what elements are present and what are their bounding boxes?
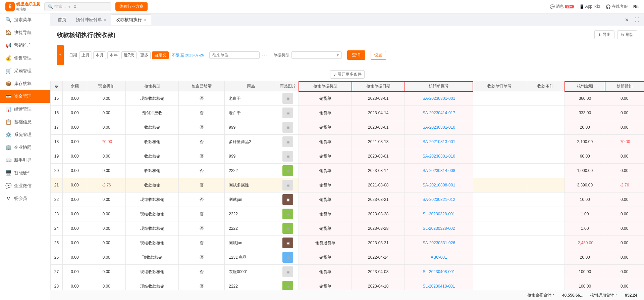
sidebar-item-guide[interactable]: 📖 新手引导 — [0, 154, 50, 167]
th-bill-date: 核销单据日期 — [352, 81, 405, 91]
cell-include-settled: 否 — [179, 265, 225, 279]
bill-type-select[interactable]: ▾ — [291, 51, 342, 59]
sidebar-item-finance[interactable]: 💳 资金管理 — [0, 90, 50, 103]
message-badge: 99+ — [565, 5, 574, 8]
th-bill-type: 核销单据类型 — [299, 81, 352, 91]
tab-writeoff-close[interactable]: × — [144, 18, 146, 22]
bill-no-link[interactable]: ABC-001 — [431, 255, 447, 260]
date-btn-this-month[interactable]: 本月 — [93, 51, 106, 59]
top-bar-right: 💬 消息 99+ 📱 App下载 🎧 在线客服 Rit — [550, 4, 639, 9]
sidebar-item-quicknav[interactable]: 🏠 快捷导航 — [0, 26, 50, 39]
expand-more-btn[interactable]: ∨ 展开更多条件 — [330, 70, 365, 79]
gear-icon[interactable]: ⚙ — [73, 4, 77, 9]
cell-receipt-condition — [526, 120, 565, 135]
sidebar-item-basic[interactable]: 📋 基础信息 — [0, 116, 50, 128]
table-row: 28 0.00 0.00 现结收款核销 否 2222 ▣ 销货单 2023-04… — [51, 279, 644, 290]
sidebar-label-marketing: 营销推广 — [14, 42, 32, 48]
user-name[interactable]: Rit — [633, 4, 639, 9]
cell-bill-no: SA-20230301-010 — [405, 120, 473, 135]
date-btn-custom[interactable]: 自定义 — [152, 51, 169, 59]
cell-writeoff-discount: 0.00 — [605, 221, 644, 236]
bill-no-link[interactable]: SA-20230301-010 — [423, 154, 455, 159]
cell-id: 23 — [51, 207, 63, 221]
cell-bill-no: SL-20230408-001 — [405, 265, 473, 279]
industry-btn[interactable]: 体验行业方案 — [115, 2, 148, 11]
cell-goods-img: ▣ — [277, 164, 299, 178]
online-service-btn[interactable]: 🎧 在线客服 — [606, 4, 628, 9]
cell-receipt-condition — [526, 250, 565, 265]
table-row: 27 0.00 0.00 现结收款核销 否 衣服00001 ▣ 销货单 2023… — [51, 265, 644, 279]
bill-no-link[interactable]: SA-20210813-001 — [423, 139, 455, 144]
tab-prepay-close[interactable]: × — [104, 18, 106, 22]
tab-maximize-btn[interactable]: ⛶ — [633, 15, 641, 24]
date-label: 日期 — [69, 52, 77, 58]
sidebar-item-system[interactable]: ⚙️ 系统管理 — [0, 128, 50, 141]
bill-no-link[interactable]: SA-20230301-001 — [423, 96, 455, 101]
cell-include-settled: 否 — [179, 164, 225, 178]
bill-no-link[interactable]: SL-20230328-002 — [423, 226, 455, 231]
bill-no-link[interactable]: SA-20230314-008 — [423, 168, 455, 173]
cell-receipt-condition — [526, 279, 565, 290]
cell-writeoff-type: 收款核销 — [126, 120, 179, 135]
th-writeoff-type: 核销类型 — [126, 81, 179, 91]
message-btn[interactable]: 💬 消息 99+ — [550, 4, 574, 9]
bill-no-link[interactable]: SL-20230408-001 — [423, 269, 455, 274]
tab-writeoff[interactable]: 收款核销执行 × — [111, 14, 151, 25]
cell-id: 28 — [51, 279, 63, 290]
cell-balance: 0.00 — [63, 164, 87, 178]
bill-no-link[interactable]: SA-20230331-026 — [423, 241, 455, 245]
bill-no-link[interactable]: SA-20210808-001 — [423, 183, 455, 187]
tab-home[interactable]: 首页 — [53, 15, 71, 25]
cell-writeoff-amount: 360.00 — [565, 91, 605, 106]
tab-writeoff-label: 收款核销执行 — [116, 17, 142, 23]
bill-no-link[interactable]: SA-20230321-012 — [423, 197, 455, 202]
sidebar-item-sales[interactable]: 💰 销售管理 — [0, 52, 50, 65]
date-btn-more[interactable]: 更多 — [138, 51, 151, 59]
cell-goods: 老白干 — [225, 106, 277, 120]
sidebar-item-hardware[interactable]: 🖥️ 智能硬件 — [0, 167, 50, 179]
tab-close-btn[interactable]: ✕ — [623, 15, 631, 24]
app-download-btn[interactable]: 📱 App下载 — [579, 4, 600, 9]
sidebar-item-search[interactable]: 🔍 搜索菜单 — [0, 13, 50, 26]
from-unit-input[interactable] — [209, 51, 260, 59]
th-receipt-order-no: 收款单订单号 — [473, 81, 526, 91]
sidebar-label-inventory: 库存核算 — [14, 81, 32, 87]
sidebar-item-marketing[interactable]: 📢 营销推广 — [0, 39, 50, 52]
setting-btn[interactable]: 设置 — [371, 51, 386, 60]
purchase-icon: 🛒 — [5, 68, 11, 74]
sidebar-item-inventory[interactable]: 📦 库存核算 — [0, 77, 50, 90]
refresh-btn[interactable]: ↻ 刷新 — [617, 30, 637, 39]
cell-cash-discount: 0.00 — [87, 164, 125, 178]
cell-bill-date: 2021-08-13 — [352, 135, 405, 149]
from-unit-dots[interactable]: ··· — [262, 52, 268, 58]
cell-include-settled: 否 — [179, 207, 225, 221]
sidebar-item-wechat[interactable]: 💬 企业微信 — [0, 179, 50, 192]
bill-no-link[interactable]: SA-20230414-017 — [423, 111, 455, 115]
sidebar-item-operation[interactable]: 📊 经营管理 — [0, 103, 50, 116]
export-btn[interactable]: ⬆ 导出 — [594, 30, 614, 39]
cell-writeoff-amount: 3,390.00 — [565, 178, 605, 192]
cell-writeoff-discount: 0.00 — [605, 236, 644, 250]
top-search-bar[interactable]: 🔍 搜索... ▾ ⚙ — [44, 2, 111, 11]
cell-receipt-order-no — [473, 192, 526, 207]
table-row: 15 0.00 0.00 现结收款核销 否 老白干 ▣ 销货单 2023-03-… — [51, 91, 644, 106]
sidebar-item-member[interactable]: V 畅会员 — [0, 192, 50, 205]
table-container[interactable]: ⚙ 余额 现金折扣 核销类型 包含已结清 商品 商品图片 核销单据类型 核销单据… — [50, 81, 644, 290]
bill-no-link[interactable]: SA-20230301-010 — [423, 125, 455, 130]
page-header: 收款核销执行(按收款) ⬆ 导出 ↻ 刷新 — [50, 26, 644, 42]
date-btn-7days[interactable]: 近7天 — [121, 51, 137, 59]
bill-no-link[interactable]: SL-20230328-001 — [423, 212, 455, 216]
cell-bill-date: 2023-03-31 — [352, 236, 405, 250]
tab-prepay[interactable]: 预付冲应付单 × — [71, 15, 111, 25]
sidebar-item-corp[interactable]: 🏢 企业协同 — [0, 141, 50, 154]
bill-no-link[interactable]: SL-20230418-001 — [423, 284, 455, 289]
cell-bill-date: 2023-04-08 — [352, 265, 405, 279]
date-btn-last-month[interactable]: 上月 — [79, 51, 92, 59]
collapse-btn[interactable]: » — [57, 45, 64, 65]
cell-id: 16 — [51, 106, 63, 120]
th-settings[interactable]: ⚙ — [51, 81, 63, 91]
cell-goods-img: ▣ — [277, 106, 299, 120]
sidebar-item-purchase[interactable]: 🛒 采购管理 — [0, 65, 50, 77]
query-btn[interactable]: 查询 — [347, 50, 365, 60]
date-btn-this-year[interactable]: 本年 — [107, 51, 120, 59]
